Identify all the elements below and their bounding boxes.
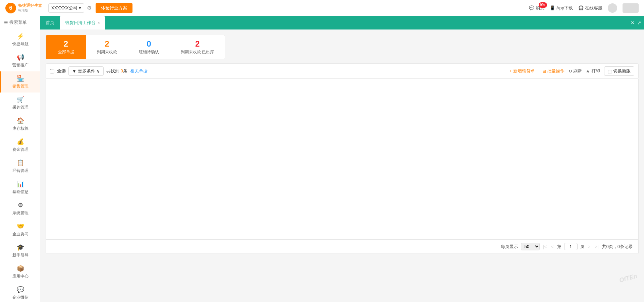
sidebar-item-label: 营销推广 bbox=[12, 62, 29, 68]
stat-shipped[interactable]: 2 到期未收款 已出库 bbox=[170, 35, 225, 59]
company-selector[interactable]: XXXXXX公司 ▾ bbox=[48, 3, 84, 13]
tab-close-icon[interactable]: × bbox=[98, 21, 100, 25]
sidebar-item-label: 企业微信 bbox=[12, 295, 29, 300]
sidebar-item-label: 应用中心 bbox=[12, 274, 29, 279]
sidebar-item-inventory[interactable]: 🏠 库存核算 bbox=[0, 114, 40, 135]
experience-btn[interactable]: 体验行业方案 bbox=[96, 3, 132, 13]
tab-expand-btn[interactable]: ⤢ bbox=[637, 20, 641, 25]
sidebar-item-label: 经营管理 bbox=[12, 168, 29, 174]
sidebar-search[interactable]: ☰ 搜索菜单 bbox=[0, 16, 40, 29]
table-area bbox=[46, 79, 639, 240]
new-sale-btn[interactable]: + 新增销货单 bbox=[506, 67, 538, 75]
stat-all-number: 2 bbox=[64, 39, 68, 49]
sidebar-item-basic[interactable]: 📊 基础信息 bbox=[0, 177, 40, 198]
refresh-icon: ↻ bbox=[569, 69, 572, 74]
print-btn[interactable]: 🖨 打印 bbox=[586, 68, 600, 74]
gear-icon[interactable]: ⚙ bbox=[87, 5, 92, 11]
main-content: 2 全部单据 2 到期未收款 0 旺铺待确认 2 到期未收款 已出库 全选 ▼ … bbox=[40, 29, 644, 302]
purchase-icon: 🛒 bbox=[17, 96, 24, 103]
sidebar-item-newbie[interactable]: 🎓 新手引导 bbox=[0, 240, 40, 261]
marketing-icon: 📢 bbox=[17, 54, 24, 61]
message-icon: 💬 bbox=[529, 5, 534, 10]
refresh-btn[interactable]: ↻ 刷新 bbox=[569, 68, 582, 74]
topbar: 6 畅捷通好生意 标准版 XXXXXX公司 ▾ ⚙ 体验行业方案 💬 消息 99… bbox=[0, 0, 644, 16]
print-label: 打印 bbox=[591, 68, 600, 74]
sidebar-item-sales[interactable]: 🏪 销售管理 bbox=[0, 71, 40, 93]
switch-btn[interactable]: ⬚ 切换新版 bbox=[604, 66, 634, 76]
inventory-icon: 🏠 bbox=[17, 117, 24, 124]
sales-icon: 🏪 bbox=[17, 75, 24, 82]
batch-label: 批量操作 bbox=[547, 68, 565, 74]
sidebar-item-label: 快捷导航 bbox=[12, 41, 29, 47]
tab-qianghuo[interactable]: 钱货日清工作台 × bbox=[60, 16, 105, 29]
sidebar-item-label: 企业协同 bbox=[12, 231, 29, 237]
sidebar-item-system[interactable]: ⚙ 系统管理 bbox=[0, 198, 40, 219]
refresh-label: 刷新 bbox=[573, 68, 582, 74]
company-name: XXXXXX公司 bbox=[51, 5, 77, 11]
sidebar-item-wechat[interactable]: 💬 企业微信 bbox=[0, 283, 40, 302]
stat-overdue-number: 2 bbox=[105, 39, 109, 49]
stat-wangpu[interactable]: 0 旺铺待确认 bbox=[128, 35, 170, 59]
page-label: 第 bbox=[557, 244, 561, 250]
newbie-icon: 🎓 bbox=[17, 244, 24, 251]
tab-close-btn[interactable]: ✕ bbox=[631, 20, 635, 25]
message-btn[interactable]: 💬 消息 99+ bbox=[529, 5, 544, 11]
tab-nav: 首页 钱货日清工作台 × ✕ ⤢ bbox=[40, 16, 644, 29]
stat-shipped-label: 到期未收款 已出库 bbox=[181, 49, 214, 55]
sidebar-item-capital[interactable]: 💰 资金管理 bbox=[0, 135, 40, 156]
sidebar-item-appcenter[interactable]: 📦 应用中心 bbox=[0, 261, 40, 283]
sidebar-item-label: 库存核算 bbox=[12, 126, 29, 131]
sidebar-item-label: 新手引导 bbox=[12, 252, 29, 258]
sidebar-item-label: 销售管理 bbox=[12, 83, 29, 89]
batch-btn[interactable]: ⊞ 批量操作 bbox=[542, 68, 565, 74]
capital-icon: 💰 bbox=[17, 138, 24, 145]
related-link[interactable]: 相关单据 bbox=[130, 68, 148, 74]
sidebar-item-marketing[interactable]: 📢 营销推广 bbox=[0, 50, 40, 71]
sidebar-item-operations[interactable]: 📋 经营管理 bbox=[0, 156, 40, 177]
app-logo: 6 畅捷通好生意 标准版 bbox=[5, 3, 46, 13]
sidebar-item-purchase[interactable]: 🛒 采购管理 bbox=[0, 93, 40, 114]
page-first-btn[interactable]: |< bbox=[542, 244, 548, 249]
toolbar-left: 全选 ▼ 更多条件 ∨ 共找到 0条 相关单据 bbox=[50, 66, 503, 76]
batch-icon: ⊞ bbox=[542, 69, 546, 74]
app-download-label: App下载 bbox=[556, 5, 573, 11]
stat-all[interactable]: 2 全部单据 bbox=[46, 35, 86, 59]
select-all-checkbox[interactable] bbox=[50, 69, 54, 73]
print-icon: 🖨 bbox=[586, 69, 590, 74]
app-download-btn[interactable]: 📱 App下载 bbox=[550, 5, 573, 11]
sidebar-item-enterprise[interactable]: 🤝 企业协同 bbox=[0, 219, 40, 240]
page-input[interactable] bbox=[564, 243, 578, 250]
per-page-select[interactable]: 50 20 100 bbox=[521, 243, 540, 250]
sidebar-item-label: 基础信息 bbox=[12, 189, 29, 195]
page-next-btn[interactable]: > bbox=[587, 244, 591, 249]
search-icon: ☰ bbox=[4, 20, 8, 25]
system-icon: ⚙ bbox=[18, 201, 23, 209]
page-prev-btn[interactable]: < bbox=[550, 244, 554, 249]
quick-nav-icon: ⚡ bbox=[17, 33, 24, 40]
tab-home[interactable]: 首页 bbox=[40, 16, 60, 29]
sidebar: ☰ 搜索菜单 ⚡ 快捷导航 📢 营销推广 🏪 销售管理 🛒 采购管理 🏠 库存核… bbox=[0, 16, 40, 302]
select-all-label: 全选 bbox=[57, 68, 66, 74]
stats-row: 2 全部单据 2 到期未收款 0 旺铺待确认 2 到期未收款 已出库 bbox=[46, 35, 225, 59]
avatar[interactable] bbox=[608, 3, 617, 13]
page-suffix: 页 bbox=[580, 244, 585, 250]
online-service-btn[interactable]: 🎧 在线客服 bbox=[578, 5, 602, 11]
filter-btn[interactable]: ▼ 更多条件 ∨ bbox=[68, 66, 104, 76]
tab-home-label: 首页 bbox=[46, 20, 54, 26]
headset-icon: 🎧 bbox=[578, 5, 584, 10]
stat-overdue[interactable]: 2 到期未收款 bbox=[86, 35, 128, 59]
logo-icon: 6 bbox=[5, 3, 16, 13]
stat-shipped-number: 2 bbox=[195, 39, 200, 49]
wechat-icon: 💬 bbox=[17, 286, 24, 293]
sidebar-item-label: 资金管理 bbox=[12, 147, 29, 153]
switch-icon: ⬚ bbox=[608, 69, 612, 74]
stat-overdue-label: 到期未收款 bbox=[97, 49, 117, 55]
sidebar-item-quick-nav[interactable]: ⚡ 快捷导航 bbox=[0, 29, 40, 50]
page-last-btn[interactable]: >| bbox=[594, 244, 599, 249]
appcenter-icon: 📦 bbox=[17, 265, 24, 272]
message-badge: 99+ bbox=[539, 2, 547, 8]
per-page-label: 每页显示 bbox=[501, 244, 518, 250]
topbar-right: 💬 消息 99+ 📱 App下载 🎧 在线客服 bbox=[529, 3, 639, 13]
filter-icon: ▼ bbox=[72, 69, 76, 74]
app-name: 畅捷通好生意 bbox=[18, 3, 42, 8]
